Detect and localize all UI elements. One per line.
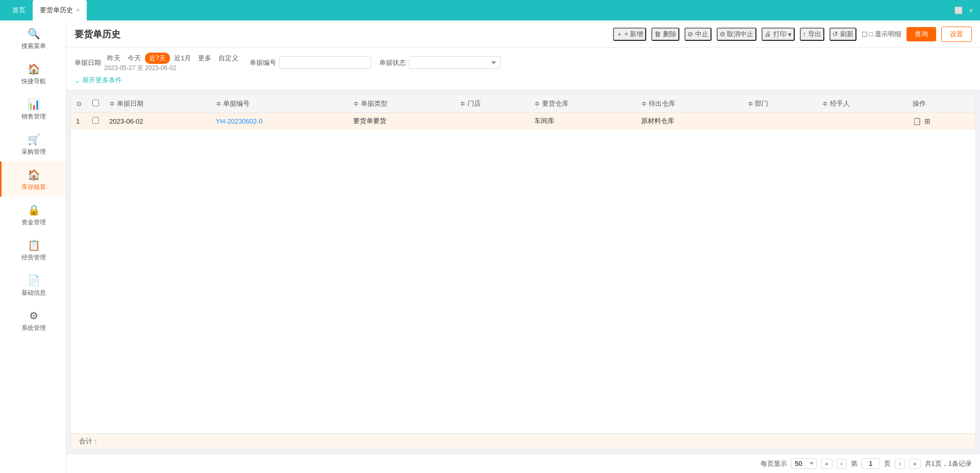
display-detail-toggle[interactable]: ☐ □ 显示明细 [862,30,901,39]
stop-button[interactable]: ⊘ 中止 [684,28,712,41]
th-order-no[interactable]: ≑ 单据编号 [211,95,348,113]
print-label: 🖨 打印 [765,30,787,39]
td-index: 1 [71,113,87,130]
fund-mgmt-icon: 🔒 [28,204,40,216]
per-page-select[interactable]: 50 20 100 200 [791,458,817,469]
th-checkbox [87,95,104,113]
action-icons: 📋 ⊞ [913,117,970,125]
filter-date-range: 单据日期 昨天 今天 近7天 近1月 更多 自定义 2023-05-27 至 2… [75,53,241,73]
print-button[interactable]: 🖨 打印 ▾ [762,28,795,41]
today-btn[interactable]: 今天 [125,53,144,64]
tab-requisition-history-label: 要货单历史 [40,6,73,15]
more-date-btn[interactable]: 更多 [195,53,214,64]
th-department[interactable]: ≑ 部门 [743,95,817,113]
order-no-input[interactable] [279,56,371,69]
sidebar-item-quick-nav[interactable]: 🏠 快捷导航 [0,56,66,91]
toolbar: ＋ + 新增 🗑 删除 ⊘ 中止 ⊘ 取消中止 🖨 打印 ▾ [613,27,972,42]
filter-area: 单据日期 昨天 今天 近7天 近1月 更多 自定义 2023-05-27 至 2… [66,48,980,90]
system-mgmt-icon: ⚙ [29,310,38,322]
expand-more-conditions[interactable]: ⌄ 展开更多条件 [75,76,972,85]
first-page-btn[interactable]: « [821,459,832,469]
th-date-label: ≑ 单据日期 [109,100,143,107]
sidebar-item-fund-mgmt-label: 资金管理 [21,218,46,227]
order-no-link[interactable]: YH-20230602-0 [216,117,263,125]
sidebar-item-operations-mgmt[interactable]: 📋 经营管理 [0,232,66,267]
window-close-btn[interactable]: × [969,7,973,14]
sidebar-item-search-menu-label: 搜索菜单 [21,42,46,51]
cancel-stop-button[interactable]: ⊘ 取消中止 [717,28,757,41]
more-action-icon[interactable]: ⊞ [924,117,930,125]
next-page-btn[interactable]: › [895,459,905,469]
td-checkbox [87,113,104,130]
td-department [743,113,817,130]
last7days-btn[interactable]: 近7天 [145,53,170,64]
refresh-label: ↺ 刷新 [832,30,853,39]
top-bar: 首页 要货单历史 × ⬜ × [0,0,980,20]
tab-home-label: 首页 [12,6,26,15]
sidebar-item-system-mgmt-label: 系统管理 [21,324,46,333]
sidebar-item-basic-info-label: 基础信息 [21,289,46,297]
order-status-select[interactable] [409,56,501,69]
basic-info-icon: 📄 [28,274,40,287]
sidebar-item-basic-info[interactable]: 📄 基础信息 [0,267,66,302]
th-handler[interactable]: ≑ 经手人 [817,95,908,113]
th-date[interactable]: ≑ 单据日期 [104,95,211,113]
query-button[interactable]: 查询 [906,27,936,41]
sidebar-item-system-mgmt[interactable]: ⚙ 系统管理 [0,302,66,338]
sidebar-item-purchase-mgmt-label: 采购管理 [21,148,46,156]
refresh-button[interactable]: ↺ 刷新 [829,28,856,41]
yesterday-btn[interactable]: 昨天 [104,53,124,64]
settings-button[interactable]: 设置 [941,27,972,42]
per-page-label: 每页显示 [761,459,787,468]
expand-more-label: 展开更多条件 [82,76,122,85]
sidebar-item-inventory-calc-label: 库存核算 [21,183,46,192]
export-button[interactable]: ↑ 导出 [800,28,824,41]
window-restore-btn[interactable]: ⬜ [954,7,963,14]
sidebar-item-sales-mgmt-label: 销售管理 [21,112,46,121]
table-body: 1 2023-06-02 YH-20230602-0 要货单要货 车间库 原材料… [71,113,975,130]
table-container: ⚙ ≑ 单据日期 ≑ 单据编号 ≑ 单据类型 [70,94,976,450]
order-no-label: 单据编号 [250,58,276,67]
td-order-type: 要货单要货 [348,113,455,130]
td-store [455,113,529,130]
th-pending-warehouse[interactable]: ≑ 待出仓库 [636,95,743,113]
sidebar-item-inventory-calc[interactable]: 🏠 库存核算 [0,161,66,197]
sidebar-item-sales-mgmt[interactable]: 📊 销售管理 [0,91,66,126]
td-req-warehouse: 车间库 [529,113,636,130]
last1month-btn[interactable]: 近1月 [171,53,194,64]
select-all-checkbox[interactable] [92,100,99,106]
sidebar-item-purchase-mgmt[interactable]: 🛒 采购管理 [0,126,66,161]
sidebar-item-fund-mgmt[interactable]: 🔒 资金管理 [0,197,66,232]
prev-page-btn[interactable]: ‹ [837,459,847,469]
tab-home[interactable]: 首页 [5,0,33,20]
close-tab-icon[interactable]: × [76,7,80,14]
table-footer: 合计： [71,433,975,449]
th-order-no-label: ≑ 单据编号 [216,100,250,107]
custom-date-btn[interactable]: 自定义 [215,53,241,64]
th-settings-gear[interactable]: ⚙ [71,95,87,113]
sidebar-item-search-menu[interactable]: 🔍 搜索菜单 [0,20,66,56]
top-bar-tabs: 首页 要货单历史 × [5,0,87,20]
new-button[interactable]: ＋ + 新增 [613,28,646,41]
export-label: ↑ 导出 [803,30,821,39]
th-order-type[interactable]: ≑ 单据类型 [348,95,455,113]
th-store[interactable]: ≑ 门店 [455,95,529,113]
edit-action-icon[interactable]: 📋 [913,117,921,125]
delete-button[interactable]: 🗑 删除 [651,28,679,41]
page-header: 要货单历史 ＋ + 新增 🗑 删除 ⊘ 中止 ⊘ 取消中止 [66,20,980,48]
th-req-warehouse[interactable]: ≑ 要货仓库 [529,95,636,113]
content-area: 要货单历史 ＋ + 新增 🗑 删除 ⊘ 中止 ⊘ 取消中止 [66,20,980,473]
sidebar-item-quick-nav-label: 快捷导航 [21,77,46,86]
last-page-btn[interactable]: » [909,459,921,469]
th-req-warehouse-label: ≑ 要货仓库 [534,100,569,107]
cancel-stop-label: ⊘ 取消中止 [720,30,754,39]
top-bar-right: ⬜ × [954,7,980,14]
expand-chevron-icon: ⌄ [75,77,80,84]
delete-label: 🗑 删除 [654,30,676,39]
sales-mgmt-icon: 📊 [28,98,40,110]
table-row: 1 2023-06-02 YH-20230602-0 要货单要货 车间库 原材料… [71,113,975,130]
page-number-input[interactable] [862,458,880,469]
row-checkbox[interactable] [92,117,99,124]
tab-requisition-history[interactable]: 要货单历史 × [33,0,87,20]
purchase-mgmt-icon: 🛒 [28,133,40,146]
